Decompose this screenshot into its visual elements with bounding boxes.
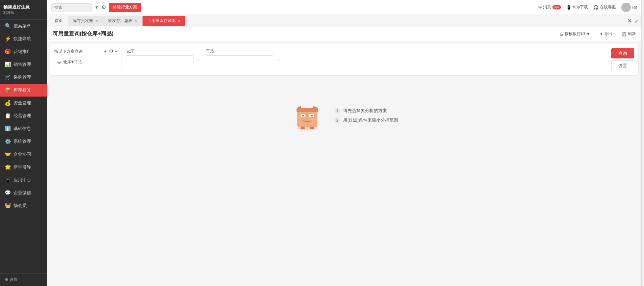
tab-home[interactable]: 首页 <box>50 16 68 26</box>
app-download-item[interactable]: 📱 App下载 <box>566 4 588 10</box>
new_guide-icon: 🌟 <box>5 164 11 170</box>
export-button[interactable]: ⬆ 导出 <box>599 31 612 37</box>
sidebar-item-shortcut[interactable]: ⚡ 快捷导航 <box>0 32 47 45</box>
sidebar-item-label-marketing_push: 营销推广 <box>14 49 31 55</box>
sidebar-item-finance_mgmt[interactable]: 💰 资金管理 <box>0 97 47 109</box>
industry-solution-button[interactable]: 体验行业方案 <box>109 3 141 12</box>
collapse-scheme-button[interactable]: « <box>115 48 118 54</box>
filter-actions: 查询 设置 <box>611 48 634 71</box>
tab-close-available_ledger[interactable]: ✕ <box>178 19 180 23</box>
tab-expand-button[interactable]: ⤢ <box>635 18 639 24</box>
sidebar-item-ops_mgmt[interactable]: 📋 经营管理 <box>0 109 47 122</box>
sidebar-item-enterprise_wechat[interactable]: 💬 企业微信 <box>0 186 47 199</box>
hint-item-2: 2 用[过滤]条件来缩小分析范围 <box>334 117 398 123</box>
avatar <box>621 3 631 12</box>
sidebar-item-app_center[interactable]: 📱 应用中心 <box>0 174 47 186</box>
app-download-label: App下载 <box>573 4 588 10</box>
svg-rect-9 <box>310 127 314 129</box>
message-label: 消息 <box>543 4 551 10</box>
warehouse-input[interactable] <box>126 55 194 64</box>
sidebar: 畅康通好生意 标准版 🔍 搜索菜单 ⚡ 快捷导航 🎁 营销推广 📊 销售管理 🛒… <box>0 0 47 286</box>
content-area: 可用量查询(按仓库+商品) 🖨 按模板打印 ▼ | ⬆ 导出 | 🔄 刷新 <box>47 27 641 286</box>
product-input[interactable] <box>206 55 273 64</box>
filter-scheme-label: 按以下方案查询 <box>54 49 83 54</box>
sidebar-item-label-sales_mgmt: 销售管理 <box>14 61 31 68</box>
basic_info-icon: ℹ️ <box>5 126 11 132</box>
scheme-label: 仓库+商品 <box>63 59 82 65</box>
sidebar-item-sales_mgmt[interactable]: 📊 销售管理 <box>0 58 47 71</box>
inventory_calc-icon: 📦 <box>5 87 11 93</box>
filter-fields: 仓库 ··· 商品 ··· <box>126 48 607 71</box>
page-title: 可用量查询(按仓库+商品) <box>53 30 113 37</box>
tab-close-collect_summary[interactable]: ✕ <box>134 19 137 23</box>
marketing_push-icon: 🎁 <box>5 49 11 55</box>
sidebar-item-purchase_mgmt[interactable]: 🛒 采购管理 <box>0 71 47 84</box>
scheme-icon: ⊕ <box>57 59 61 65</box>
print-template-button[interactable]: 🖨 按模板打印 ▼ <box>559 31 590 37</box>
tab-available_ledger[interactable]: 可用量库存账本✕ <box>143 16 185 26</box>
tab-collect_summary[interactable]: 收发存汇总表✕ <box>103 16 142 26</box>
product-input-row: ··· <box>206 55 280 64</box>
refresh-button[interactable]: 🔄 刷新 <box>621 31 636 37</box>
filter-settings-button[interactable]: 设置 <box>611 60 634 71</box>
warehouse-more-button[interactable]: ··· <box>197 57 200 62</box>
sidebar-footer[interactable]: ⚙ 设置 <box>0 273 47 286</box>
purchase_mgmt-icon: 🛒 <box>5 74 11 80</box>
sys_mgmt-icon: ⚙️ <box>5 138 11 145</box>
topbar-dropdown-icon[interactable]: ▼ <box>95 5 99 10</box>
sidebar-item-inventory_calc[interactable]: 📦 库存核算 <box>0 84 47 97</box>
page-header-actions: 🖨 按模板打印 ▼ | ⬆ 导出 | 🔄 刷新 <box>559 31 636 37</box>
svg-rect-8 <box>301 127 305 129</box>
tabs-bar: 首页库存批次账✕收发存汇总表✕可用量库存账本✕ ✕ ⤢ <box>47 15 641 27</box>
hint-num-2: 2 <box>334 117 340 123</box>
message-item[interactable]: ✉ 消息 99+ <box>538 4 561 10</box>
topbar-search-input[interactable] <box>51 3 92 11</box>
right-scrollbar[interactable] <box>641 0 644 286</box>
edit-scheme-button[interactable]: ⚙ <box>109 48 113 54</box>
sidebar-item-label-finance_mgmt: 资金管理 <box>14 100 31 106</box>
sidebar-item-label-app_center: 应用中心 <box>14 177 31 183</box>
enterprise_collab-icon: 🤝 <box>5 151 11 157</box>
customer-service-item[interactable]: 🎧 在线客服 <box>593 4 616 10</box>
tab-close-button[interactable]: ✕ <box>627 18 632 24</box>
print-icon: 🖨 <box>559 32 563 36</box>
product-label: 商品 <box>206 48 280 54</box>
user-avatar-item[interactable]: Rit <box>621 3 637 12</box>
filter-scheme-header: 按以下方案查询 ＋ ⚙ « <box>54 48 118 54</box>
print-dropdown-icon[interactable]: ▼ <box>586 32 590 36</box>
sidebar-header: 畅康通好生意 标准版 <box>0 0 47 20</box>
separator-1: | <box>594 32 595 36</box>
sidebar-item-basic_info[interactable]: ℹ️ 基础信息 <box>0 122 47 135</box>
customer-service-label: 在线客服 <box>600 4 616 10</box>
sidebar-item-vip[interactable]: 👑 畅会员 <box>0 199 47 212</box>
sidebar-item-sys_mgmt[interactable]: ⚙️ 系统管理 <box>0 135 47 148</box>
tab-label-batch_account: 库存批次账 <box>73 18 93 24</box>
sidebar-item-new_guide[interactable]: 🌟 新手引导 <box>0 161 47 174</box>
sidebar-item-label-shortcut: 快捷导航 <box>14 36 31 42</box>
user-name: Rit <box>632 5 637 10</box>
add-scheme-button[interactable]: ＋ <box>103 48 108 54</box>
topbar: ▼ ⚙ 体验行业方案 ✉ 消息 99+ 📱 App下载 🎧 在线客服 Rit <box>47 0 641 15</box>
app_center-icon: 📱 <box>5 177 11 183</box>
tab-close-batch_account[interactable]: ✕ <box>95 19 98 23</box>
empty-illustration <box>290 99 324 132</box>
topbar-gear-icon[interactable]: ⚙ <box>101 4 106 10</box>
sidebar-item-marketing_push[interactable]: 🎁 营销推广 <box>0 45 47 58</box>
message-badge: 99+ <box>552 5 561 9</box>
page-header: 可用量查询(按仓库+商品) 🖨 按模板打印 ▼ | ⬆ 导出 | 🔄 刷新 <box>47 27 641 41</box>
sidebar-item-search[interactable]: 🔍 搜索菜单 <box>0 20 47 32</box>
svg-rect-5 <box>302 115 304 116</box>
scheme-warehouse-product[interactable]: ⊕ 仓库+商品 <box>54 57 118 67</box>
filter-field-warehouse: 仓库 ··· <box>126 48 200 64</box>
empty-hints: 1 请先选择要分析的方案 2 用[过滤]条件来缩小分析范围 <box>334 108 398 123</box>
product-more-button[interactable]: ··· <box>277 57 280 62</box>
sidebar-item-label-basic_info: 基础信息 <box>14 126 31 132</box>
tab-label-collect_summary: 收发存汇总表 <box>108 18 132 24</box>
app-sub: 标准版 <box>3 10 44 15</box>
separator-2: | <box>616 32 617 36</box>
query-button[interactable]: 查询 <box>611 48 634 58</box>
topbar-right: ✉ 消息 99+ 📱 App下载 🎧 在线客服 Rit <box>538 3 637 12</box>
sales_mgmt-icon: 📊 <box>5 61 11 68</box>
sidebar-item-enterprise_collab[interactable]: 🤝 企业协同 <box>0 148 47 161</box>
tab-batch_account[interactable]: 库存批次账✕ <box>68 16 103 26</box>
